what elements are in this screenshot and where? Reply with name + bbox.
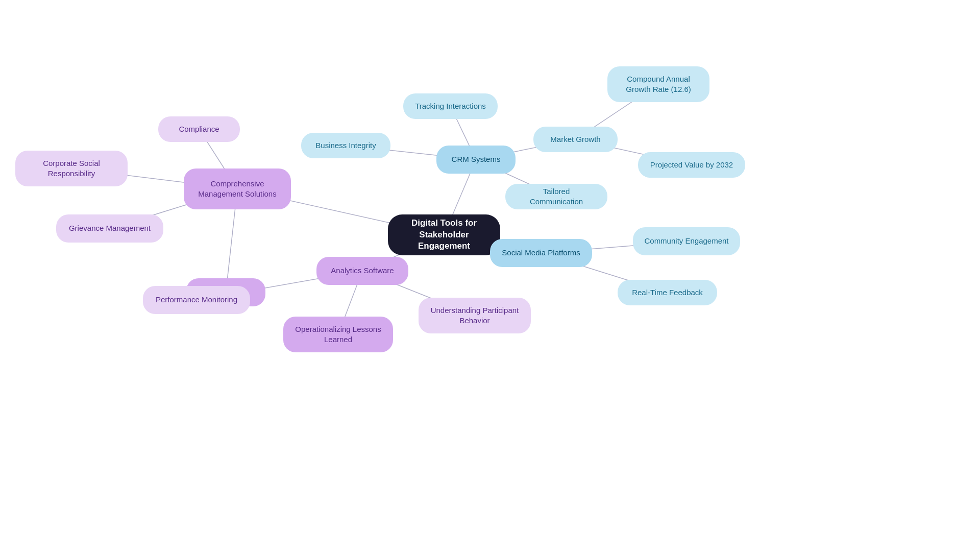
connection-lines [0,0,980,553]
node-realtime: Real-Time Feedback [618,280,717,305]
node-analytics: Analytics Software [316,257,408,285]
node-market-growth: Market Growth [533,127,618,152]
node-social-media: Social Media Platforms [490,239,592,267]
node-grievance: Grievance Management [56,214,163,243]
node-comp-mgmt: Comprehensive Management Solutions [184,169,291,209]
node-crm: CRM Systems [436,146,516,174]
node-understanding: Understanding Participant Behavior [419,298,531,333]
center-node: Digital Tools for Stakeholder Engagement [388,214,500,255]
node-projected: Projected Value by 2032 [638,152,745,178]
node-cagr: Compound Annual Growth Rate (12.6) [607,66,709,102]
node-compliance: Compliance [158,116,240,142]
node-operationalizing: Operationalizing Lessons Learned [283,317,393,352]
node-tracking: Tracking Interactions [403,93,498,119]
node-corp-social: Corporate Social Responsibility [15,151,128,186]
mindmap-container: Digital Tools for Stakeholder Engagement… [0,0,980,553]
node-tailored-comm: Tailored Communication [505,184,607,209]
node-perf-monitoring: Performance Monitoring [143,286,250,314]
node-business-integrity: Business Integrity [301,133,390,158]
node-community-eng: Community Engagement [633,227,740,255]
